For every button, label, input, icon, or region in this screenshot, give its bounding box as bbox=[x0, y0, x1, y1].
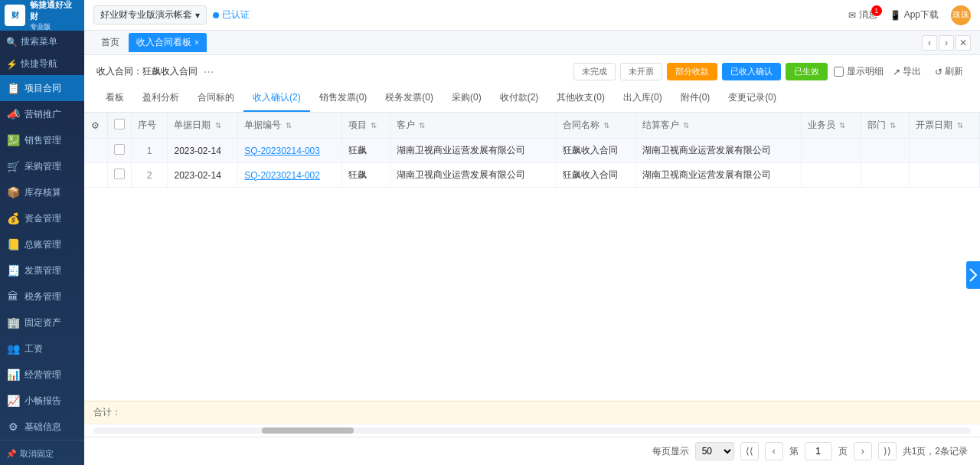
right-panel-icon[interactable] bbox=[966, 261, 980, 289]
status-btn-1[interactable]: 未开票 bbox=[620, 63, 662, 80]
inner-tab-1[interactable]: 盈利分析 bbox=[133, 85, 188, 112]
sidebar-item-general[interactable]: 📒 总账管理 bbox=[0, 231, 84, 257]
sidebar-item-sales[interactable]: 💹 销售管理 bbox=[0, 127, 84, 153]
page-next-btn[interactable]: › bbox=[854, 442, 872, 460]
total-label: 合计： bbox=[93, 406, 121, 419]
status-btn-0[interactable]: 未完成 bbox=[573, 63, 616, 80]
row-code-0[interactable]: SQ-20230214-003 bbox=[238, 139, 341, 163]
search-menu[interactable]: 🔍 搜索菜单 bbox=[0, 31, 84, 53]
tab-contract-board[interactable]: 收入合同看板 × bbox=[129, 33, 207, 52]
company-selector[interactable]: 好业财专业版演示帐套 ▾ bbox=[93, 5, 207, 25]
sidebar-item-hr[interactable]: 👥 工资 bbox=[0, 336, 84, 362]
table-row[interactable]: 2 2023-02-14 SQ-20230214-002 狂飙 湖南卫视商业运营… bbox=[84, 163, 980, 188]
show-detail-toggle[interactable]: 显示明细 bbox=[834, 65, 884, 78]
gear-icon[interactable]: ⚙ bbox=[91, 120, 100, 131]
show-detail-checkbox[interactable] bbox=[834, 67, 844, 77]
page-input[interactable] bbox=[805, 442, 832, 460]
company-chevron-icon: ▾ bbox=[195, 10, 200, 21]
inner-tab-3[interactable]: 收入确认(2) bbox=[243, 85, 310, 112]
export-button[interactable]: ↗ 导出 bbox=[888, 63, 926, 80]
app-download-button[interactable]: 📱 App下载 bbox=[890, 8, 939, 21]
tab-next-arrow[interactable]: › bbox=[939, 35, 954, 51]
inner-tab-8[interactable]: 其他收支(0) bbox=[547, 85, 614, 112]
col-date: 单据日期 ⇅ bbox=[168, 113, 238, 139]
page-label: 第 bbox=[789, 445, 799, 458]
row-checkbox-0[interactable] bbox=[114, 144, 125, 155]
tab-close-icon[interactable]: × bbox=[194, 38, 199, 47]
sidebar-item-funds[interactable]: 💰 资金管理 bbox=[0, 205, 84, 231]
row-dept-1 bbox=[861, 163, 910, 188]
scroll-thumb[interactable] bbox=[262, 427, 354, 434]
sidebar-item-invoice[interactable]: 🧾 发票管理 bbox=[0, 257, 84, 283]
inner-tab-4[interactable]: 销售发票(0) bbox=[310, 85, 377, 112]
header-checkbox[interactable] bbox=[114, 119, 125, 129]
sidebar-label-project: 项目合同 bbox=[24, 82, 61, 95]
sidebar-item-purchase[interactable]: 🛒 采购管理 bbox=[0, 153, 84, 179]
row-code-1[interactable]: SQ-20230214-002 bbox=[238, 163, 341, 188]
inner-tab-9[interactable]: 出入库(0) bbox=[614, 85, 671, 112]
row-code-link-0[interactable]: SQ-20230214-003 bbox=[244, 146, 320, 156]
company-name: 好业财专业版演示帐套 bbox=[100, 8, 192, 21]
cert-label: 已认证 bbox=[222, 8, 250, 21]
row-checkbox-1[interactable] bbox=[114, 169, 125, 179]
inner-tab-10[interactable]: 附件(0) bbox=[671, 85, 720, 112]
sidebar-icon-general: 📒 bbox=[6, 237, 20, 251]
avatar[interactable]: 珠珠 bbox=[951, 5, 971, 25]
sidebar-item-report[interactable]: 📈 小畅报告 bbox=[0, 388, 84, 414]
col-code: 单据编号 ⇅ bbox=[238, 113, 341, 139]
app-logo: 财 畅捷通好业财 专业版 bbox=[0, 0, 84, 31]
sidebar-icon-report: 📈 bbox=[6, 394, 20, 408]
sidebar-icon-hr: 👥 bbox=[6, 342, 20, 355]
status-btn-2[interactable]: 部分收款 bbox=[667, 63, 717, 80]
row-check-1[interactable] bbox=[107, 163, 131, 188]
row-customer-0: 湖南卫视商业运营发展有限公司 bbox=[390, 139, 556, 163]
row-gear-0 bbox=[84, 139, 107, 163]
row-customer-1: 湖南卫视商业运营发展有限公司 bbox=[390, 163, 556, 188]
sidebar-icon-sales: 💹 bbox=[6, 133, 20, 147]
sidebar-item-assets[interactable]: 🏢 固定资产 bbox=[0, 309, 84, 336]
app-name: 畅捷通好业财 bbox=[30, 0, 80, 22]
topbar: 好业财专业版演示帐套 ▾ 已认证 ✉ 消息 1 📱 App下载 珠珠 bbox=[84, 0, 980, 31]
tab-prev-arrow[interactable]: ‹ bbox=[922, 35, 937, 51]
row-salesman-1 bbox=[802, 163, 861, 188]
inner-tab-2[interactable]: 合同标的 bbox=[188, 85, 243, 112]
sidebar-item-biz[interactable]: 📊 经营管理 bbox=[0, 362, 84, 388]
sidebar-item-marketing[interactable]: 📣 营销推广 bbox=[0, 101, 84, 127]
inner-tab-0[interactable]: 看板 bbox=[96, 85, 133, 112]
page-last-btn[interactable]: ⟩⟩ bbox=[878, 442, 897, 460]
table-row[interactable]: 1 2023-02-14 SQ-20230214-003 狂飙 湖南卫视商业运营… bbox=[84, 139, 980, 163]
logo-icon: 财 bbox=[5, 5, 25, 26]
msg-button[interactable]: ✉ 消息 1 bbox=[848, 8, 877, 21]
sidebar-item-basic[interactable]: ⚙ 基础信息 bbox=[0, 414, 84, 440]
page-first-btn[interactable]: ⟨⟨ bbox=[740, 442, 759, 460]
refresh-button[interactable]: ↺ 刷新 bbox=[930, 63, 968, 80]
status-btn-3[interactable]: 已收入确认 bbox=[722, 63, 781, 80]
per-page-select[interactable]: 50 10 20 100 bbox=[695, 442, 734, 460]
tab-close-all[interactable]: ✕ bbox=[956, 35, 971, 51]
fix-button[interactable]: 📌 取消固定 bbox=[6, 445, 78, 463]
status-btn-4[interactable]: 已生效 bbox=[786, 63, 828, 80]
row-num-0: 1 bbox=[131, 139, 168, 163]
pagination: 每页显示 50 10 20 100 ⟨⟨ ‹ 第 页 › ⟩⟩ 共1页，2条记录 bbox=[84, 437, 980, 465]
row-check-0[interactable] bbox=[107, 139, 131, 163]
inner-tab-7[interactable]: 收付款(2) bbox=[491, 85, 548, 112]
page-prev-btn[interactable]: ‹ bbox=[765, 442, 783, 460]
inner-tab-5[interactable]: 税务发票(0) bbox=[376, 85, 443, 112]
sidebar-item-tax[interactable]: 🏛 税务管理 bbox=[0, 283, 84, 309]
quicknav-icon: ⚡ bbox=[6, 59, 18, 70]
sort-customer-icon: ⇅ bbox=[419, 121, 425, 129]
quicknav[interactable]: ⚡ 快捷导航 bbox=[0, 53, 84, 75]
inner-tab-6[interactable]: 采购(0) bbox=[443, 85, 491, 112]
table-area: ⚙ 序号 单据日期 ⇅ 单据编号 ⇅ 项目 ⇅ 客户 ⇅ 合同名称 ⇅ 结算客户… bbox=[84, 113, 980, 401]
tab-home[interactable]: 首页 bbox=[93, 33, 127, 52]
sidebar-item-inventory[interactable]: 📦 库存核算 bbox=[0, 179, 84, 205]
refresh-icon: ↺ bbox=[935, 67, 942, 77]
msg-badge: 1 bbox=[871, 5, 882, 16]
sidebar-item-project[interactable]: 📋 项目合同 bbox=[0, 75, 84, 101]
sort-contract-icon: ⇅ bbox=[603, 121, 609, 129]
inner-tab-11[interactable]: 变更记录(0) bbox=[719, 85, 786, 112]
total-records: 共1页，2条记录 bbox=[903, 445, 968, 458]
scroll-track[interactable] bbox=[93, 427, 971, 434]
row-code-link-1[interactable]: SQ-20230214-002 bbox=[244, 170, 320, 181]
more-button[interactable]: ··· bbox=[204, 65, 214, 79]
